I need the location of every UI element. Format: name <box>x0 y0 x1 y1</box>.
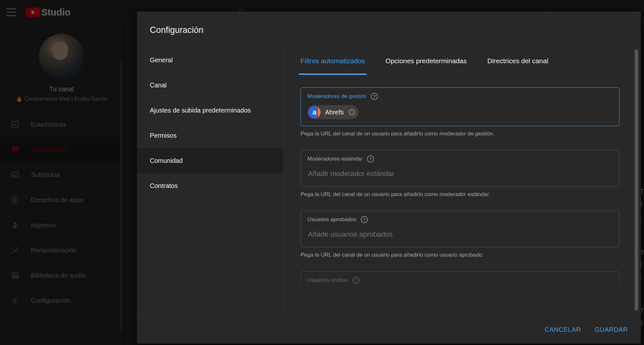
svg-point-10 <box>12 197 18 203</box>
tab-guidelines[interactable]: Directrices del canal <box>487 57 548 74</box>
copyright-icon <box>10 196 20 204</box>
sidebar-item-analytics[interactable]: Estadísticas <box>0 112 123 137</box>
sidebar-item-label: Derechos de autor <box>31 196 84 204</box>
svg-rect-11 <box>12 272 18 279</box>
sidebar-item-settings[interactable]: Configuración <box>0 288 123 313</box>
settings-dialog: Configuración General Canal Ajustes de s… <box>137 12 641 344</box>
menu-icon[interactable] <box>6 8 16 16</box>
gear-icon <box>10 296 20 305</box>
dialog-scrollbar[interactable] <box>635 49 638 310</box>
dialog-nav-uploads[interactable]: Ajustes de subida predeterminados <box>137 98 284 123</box>
sidebar-item-label: Estadísticas <box>31 121 66 128</box>
field-help: Pega la URL del canal de un usuario para… <box>301 191 632 198</box>
avatar[interactable] <box>39 34 84 79</box>
sidebar-item-subtitles[interactable]: Subtítulos <box>0 162 123 187</box>
management-moderators-section: Moderadores de gestión ? a Ahrefs ✕ Pega… <box>301 87 632 137</box>
sidebar-item-comments[interactable]: Comentarios <box>0 137 123 162</box>
wand-icon <box>10 246 20 254</box>
cancel-button[interactable]: CANCELAR <box>545 326 581 333</box>
remove-chip-icon[interactable]: ✕ <box>348 109 355 116</box>
save-button[interactable]: GUARDAR <box>594 326 628 333</box>
svg-point-14 <box>14 300 16 302</box>
comments-icon <box>10 145 20 154</box>
youtube-studio-logo[interactable]: Studio <box>26 7 70 18</box>
field-label: Usuarios ocultos <box>307 277 348 283</box>
chip-avatar-icon: a <box>308 106 321 118</box>
dialog-body: General Canal Ajustes de subida predeter… <box>137 47 641 315</box>
field-label: Moderadores de gestión <box>307 93 366 100</box>
standard-moderators-input[interactable]: Moderadores estándar ? Añadir moderador … <box>301 150 620 187</box>
tab-automated-filters[interactable]: Filtros automatizados <box>301 57 365 74</box>
sidebar-item-audio-library[interactable]: Biblioteca de audio <box>0 263 123 288</box>
field-placeholder: Añade usuarios aprobados <box>307 228 613 241</box>
audio-library-icon <box>10 271 20 280</box>
moderator-chip: a Ahrefs ✕ <box>307 105 359 119</box>
sidebar: Tu canal 🔥 Campamento Web | Emilio Garcí… <box>0 24 123 345</box>
dialog-footer: CANCELAR GUARDAR <box>137 315 641 344</box>
youtube-play-icon <box>26 7 40 17</box>
dialog-nav-channel[interactable]: Canal <box>137 73 284 98</box>
sidebar-item-label: Biblioteca de audio <box>31 272 85 279</box>
dialog-nav-general[interactable]: General <box>137 47 284 73</box>
monetization-icon <box>10 221 20 229</box>
sidebar-item-label: Ingresos <box>31 222 56 229</box>
subtitles-icon <box>10 171 20 179</box>
sidebar-item-label: Personalización <box>31 247 76 254</box>
analytics-icon <box>10 120 20 129</box>
sidebar-scrollbar[interactable] <box>120 60 123 330</box>
chip-label: Ahrefs <box>325 109 344 116</box>
help-icon[interactable]: ? <box>371 93 378 100</box>
standard-moderators-section: Moderadores estándar ? Añadir moderador … <box>301 150 632 198</box>
sidebar-item-label: Subtítulos <box>31 171 60 179</box>
dialog-nav: General Canal Ajustes de subida predeter… <box>137 47 284 315</box>
your-channel-label: Tu canal <box>0 85 123 93</box>
help-icon[interactable]: ? <box>361 216 368 223</box>
approved-users-input[interactable]: Usuarios aprobados ? Añade usuarios apro… <box>301 211 620 247</box>
sidebar-item-monetization[interactable]: Ingresos <box>0 212 123 238</box>
field-label: Usuarios aprobados <box>307 216 356 223</box>
hidden-users-section: Usuarios ocultos ? <box>301 271 632 285</box>
field-placeholder: Añadir moderador estándar <box>307 168 613 180</box>
dialog-nav-community[interactable]: Comunidad <box>137 148 284 173</box>
brand-text: Studio <box>41 7 70 18</box>
dialog-main: Filtros automatizados Opciones predeterm… <box>284 47 641 315</box>
dialog-tabs: Filtros automatizados Opciones predeterm… <box>301 47 632 74</box>
dialog-nav-permissions[interactable]: Permisos <box>137 123 284 148</box>
sidebar-item-label: Comentarios <box>31 146 67 153</box>
management-moderators-input[interactable]: Moderadores de gestión ? a Ahrefs ✕ <box>301 87 620 126</box>
field-help: Pega la URL del canal de un usuario para… <box>301 131 632 137</box>
dialog-title: Configuración <box>137 12 641 47</box>
channel-name: 🔥 Campamento Web | Emilio García <box>0 95 123 102</box>
help-icon[interactable]: ? <box>352 277 360 284</box>
svg-rect-6 <box>12 172 18 177</box>
help-icon[interactable]: ? <box>367 155 374 163</box>
hidden-users-input[interactable]: Usuarios ocultos ? <box>301 271 620 285</box>
tab-defaults[interactable]: Opciones predeterminadas <box>386 57 467 74</box>
dialog-nav-agreements[interactable]: Contratos <box>137 173 284 198</box>
field-help: Pega la URL del canal de un usuario para… <box>301 252 632 258</box>
sidebar-item-label: Configuración <box>31 297 71 304</box>
field-label: Moderadores estándar <box>307 156 362 162</box>
approved-users-section: Usuarios aprobados ? Añade usuarios apro… <box>301 211 632 258</box>
sidebar-item-customization[interactable]: Personalización <box>0 238 123 263</box>
sidebar-item-copyright[interactable]: Derechos de autor <box>0 187 123 212</box>
